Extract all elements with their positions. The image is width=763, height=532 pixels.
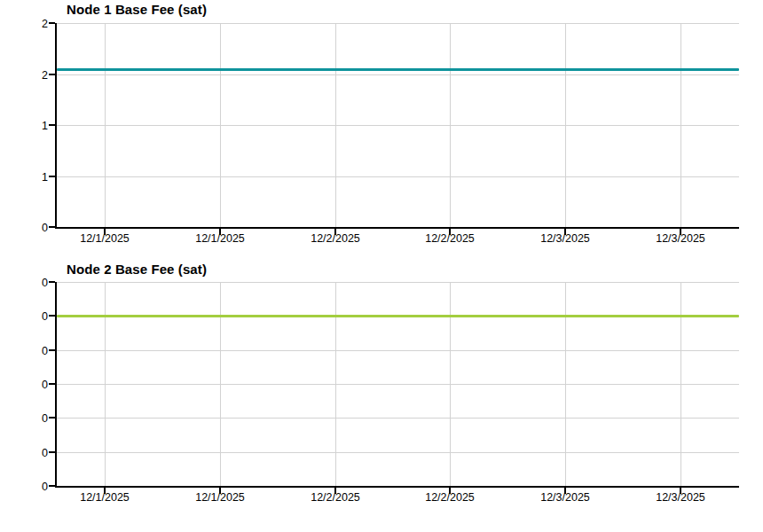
x-tick-mark [449, 488, 451, 494]
gridline-horizontal [57, 452, 739, 453]
y-tick-label: 0 [4, 481, 48, 493]
y-tick-mark [49, 226, 55, 228]
x-tick-label: 12/1/2025 [67, 492, 142, 504]
y-tick-mark [49, 485, 55, 487]
gridline-horizontal [57, 23, 739, 24]
gridline-horizontal [57, 282, 739, 283]
y-tick-label: 0 [4, 448, 48, 459]
plot-area-node2 [55, 282, 739, 488]
fee-charts-dashboard: Node 1 Base Fee (sat) 2211012/1/202512/1… [0, 0, 763, 532]
x-tick-mark [449, 229, 451, 235]
y-tick-label: 1 [4, 121, 48, 132]
y-tick-label: 2 [4, 19, 48, 30]
y-tick-label: 0 [4, 379, 48, 391]
x-tick-mark [680, 488, 681, 494]
y-tick-mark [49, 281, 55, 283]
chart-title-node1: Node 1 Base Fee (sat) [67, 2, 207, 17]
y-tick-label: 0 [4, 413, 48, 425]
y-tick-label: 0 [4, 278, 48, 289]
x-tick-mark [334, 488, 336, 494]
x-tick-label: 12/3/2025 [528, 492, 602, 504]
y-tick-label: 1 [4, 172, 48, 184]
gridline-vertical [220, 23, 221, 227]
gridline-vertical [680, 282, 681, 486]
gridline-horizontal [57, 125, 739, 126]
series-line [57, 315, 739, 317]
gridline-horizontal [57, 74, 739, 75]
gridline-horizontal [57, 384, 739, 385]
x-tick-label: 12/3/2025 [643, 233, 718, 245]
x-tick-label: 12/1/2025 [67, 233, 142, 245]
y-tick-mark [49, 451, 55, 453]
series-line [57, 68, 739, 71]
chart-node2-base-fee: Node 2 Base Fee (sat) 000000012/1/202512… [0, 0, 763, 532]
gridline-vertical [335, 23, 336, 227]
x-tick-label: 12/2/2025 [413, 492, 487, 504]
x-tick-mark [334, 229, 336, 235]
y-tick-label: 0 [4, 223, 48, 234]
x-tick-label: 12/2/2025 [298, 492, 373, 504]
x-tick-label: 12/3/2025 [528, 233, 602, 245]
gridline-horizontal [57, 350, 739, 351]
gridline-horizontal [57, 176, 739, 177]
y-tick-mark [49, 22, 55, 24]
plot-area-node1 [55, 23, 739, 229]
y-tick-label: 0 [4, 346, 48, 357]
x-tick-label: 12/2/2025 [413, 233, 487, 245]
y-tick-mark [49, 383, 55, 385]
x-tick-label: 12/1/2025 [183, 492, 257, 504]
x-tick-mark [219, 488, 221, 494]
gridline-vertical [565, 282, 566, 486]
x-tick-label: 12/1/2025 [183, 233, 257, 245]
chart-title-node2: Node 2 Base Fee (sat) [67, 262, 207, 277]
x-tick-mark [104, 488, 106, 494]
x-tick-label: 12/3/2025 [643, 492, 718, 504]
y-tick-mark [49, 124, 55, 126]
y-tick-mark [49, 315, 55, 317]
x-tick-label: 12/2/2025 [298, 233, 373, 245]
x-tick-mark [564, 488, 566, 494]
gridline-vertical [565, 23, 566, 227]
y-tick-label: 2 [4, 70, 48, 82]
x-tick-mark [680, 229, 681, 235]
gridline-vertical [680, 23, 681, 227]
gridline-vertical [450, 23, 451, 227]
y-tick-label: 0 [4, 311, 48, 323]
gridline-vertical [220, 282, 221, 486]
y-tick-mark [49, 74, 55, 75]
chart-node1-base-fee: Node 1 Base Fee (sat) 2211012/1/202512/1… [0, 0, 763, 532]
y-tick-mark [49, 176, 55, 177]
gridline-horizontal [57, 316, 739, 317]
gridline-vertical [450, 282, 451, 486]
y-tick-mark [49, 417, 55, 419]
x-tick-mark [564, 229, 566, 235]
y-tick-mark [49, 349, 55, 351]
gridline-vertical [105, 23, 106, 227]
gridline-vertical [335, 282, 336, 486]
x-tick-mark [104, 229, 106, 235]
gridline-horizontal [57, 418, 739, 419]
x-tick-mark [219, 229, 221, 235]
gridline-vertical [105, 282, 106, 486]
